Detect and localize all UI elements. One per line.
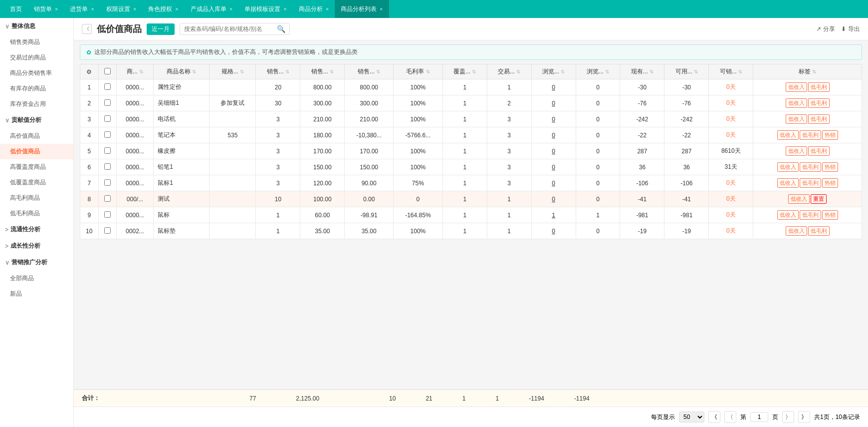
sidebar-group-growth[interactable]: > 成长性分析 xyxy=(0,238,73,254)
close-icon[interactable]: × xyxy=(55,6,58,12)
cell-name[interactable]: 属性定价 xyxy=(154,79,210,95)
cell-browse1[interactable]: 0 xyxy=(531,95,576,111)
sidebar-item-low-profit[interactable]: 低毛利商品 xyxy=(0,206,73,221)
cell-name[interactable]: 电话机 xyxy=(154,111,210,127)
cell-name[interactable]: 鼠标垫 xyxy=(154,223,210,239)
row-checkbox[interactable] xyxy=(104,211,111,218)
th-avail[interactable]: 可用... ⇅ xyxy=(664,64,709,79)
nav-sales[interactable]: 销货单 × xyxy=(28,0,64,18)
per-page-select[interactable]: 50 20 100 xyxy=(679,412,704,423)
cell-name[interactable]: 笔记本 xyxy=(154,127,210,143)
close-icon[interactable]: × xyxy=(229,6,232,12)
sidebar-item-low-coverage[interactable]: 低覆盖度商品 xyxy=(0,175,73,190)
cell-name[interactable]: 测试 xyxy=(154,191,210,207)
sidebar-item-traded[interactable]: 交易过的商品 xyxy=(0,50,73,65)
cell-browse1[interactable]: 0 xyxy=(531,79,576,95)
th-amount[interactable]: 销售... ⇅ xyxy=(345,64,394,79)
cell-checkbox[interactable] xyxy=(98,111,116,127)
cell-checkbox[interactable] xyxy=(98,127,116,143)
nav-product-in[interactable]: 产成品入库单 × xyxy=(185,0,238,18)
th-gross[interactable]: 毛利率 ⇅ xyxy=(393,64,442,79)
th-settings[interactable]: ⚙ xyxy=(80,64,99,79)
row-checkbox[interactable] xyxy=(104,99,111,106)
sidebar-item-category-rate[interactable]: 商品分类销售率 xyxy=(0,65,73,81)
cell-checkbox[interactable] xyxy=(98,191,116,207)
th-stock[interactable]: 现有... ⇅ xyxy=(620,64,664,79)
row-checkbox[interactable] xyxy=(104,83,111,90)
sidebar-item-high-profit[interactable]: 高毛利商品 xyxy=(0,190,73,206)
select-all-checkbox[interactable] xyxy=(104,68,111,74)
row-checkbox[interactable] xyxy=(104,115,111,122)
row-checkbox[interactable] xyxy=(104,179,111,186)
cell-checkbox[interactable] xyxy=(98,79,116,95)
th-checkbox[interactable] xyxy=(98,64,116,79)
cell-checkbox[interactable] xyxy=(98,175,116,191)
cell-checkbox[interactable] xyxy=(98,207,116,223)
sidebar-group-liquidity[interactable]: > 流通性分析 xyxy=(0,221,73,238)
th-price[interactable]: 销售... ⇅ xyxy=(300,64,345,79)
cell-checkbox[interactable] xyxy=(98,223,116,239)
close-icon[interactable]: × xyxy=(91,6,94,12)
sidebar-group-contribution[interactable]: ∨ 贡献值分析 xyxy=(0,112,73,128)
cell-name[interactable]: 鼠标1 xyxy=(154,175,210,191)
row-checkbox[interactable] xyxy=(104,163,111,170)
table-container[interactable]: ⚙ 商... ⇅ 商品名称 ⇅ 规格... ⇅ 销售... ⇅ 销售... ⇅ … xyxy=(80,64,862,389)
nav-purchase[interactable]: 进货单 × xyxy=(64,0,100,18)
last-page-button[interactable]: 》 xyxy=(798,411,810,423)
nav-roles[interactable]: 角色授权 × xyxy=(142,0,184,18)
cell-name[interactable]: 鼠标 xyxy=(154,207,210,223)
row-checkbox[interactable] xyxy=(104,227,111,234)
sidebar-item-sales-products[interactable]: 销售类商品 xyxy=(0,34,73,50)
row-checkbox[interactable] xyxy=(104,131,111,138)
row-checkbox[interactable] xyxy=(104,147,111,154)
sidebar-group-overall[interactable]: ∨ 整体信息 xyxy=(0,18,73,34)
th-tags[interactable]: 标签 ⇅ xyxy=(753,64,862,79)
collapse-sidebar-button[interactable]: 《 xyxy=(82,24,92,34)
cell-browse1[interactable]: 0 xyxy=(531,127,576,143)
sidebar-item-all-products[interactable]: 全部商品 xyxy=(0,271,73,286)
nav-template[interactable]: 单据模板设置 × xyxy=(238,0,292,18)
close-icon[interactable]: × xyxy=(283,6,286,12)
nav-product-analysis[interactable]: 商品分析 × xyxy=(293,0,335,18)
close-icon[interactable]: × xyxy=(380,6,383,12)
sidebar-item-high-value[interactable]: 高价值商品 xyxy=(0,128,73,144)
cell-checkbox[interactable] xyxy=(98,95,116,111)
th-qty[interactable]: 销售... ⇅ xyxy=(256,64,300,79)
sidebar-item-capital[interactable]: 库存资金占用 xyxy=(0,96,73,112)
nav-permissions[interactable]: 权限设置 × xyxy=(100,0,142,18)
prev-page-button[interactable]: 〈 xyxy=(724,411,736,423)
th-trade[interactable]: 交易... ⇅ xyxy=(487,64,531,79)
close-icon[interactable]: × xyxy=(133,6,136,12)
period-button[interactable]: 近一月 xyxy=(147,23,175,35)
close-icon[interactable]: × xyxy=(175,6,178,12)
cell-browse1[interactable]: 0 xyxy=(531,159,576,175)
th-name[interactable]: 商品名称 ⇅ xyxy=(154,64,210,79)
sidebar-item-new-products[interactable]: 新品 xyxy=(0,286,73,302)
cell-browse1[interactable]: 0 xyxy=(531,111,576,127)
th-browse2[interactable]: 浏览... ⇅ xyxy=(576,64,620,79)
share-button[interactable]: ↗ 分享 xyxy=(816,25,835,33)
cell-name[interactable]: 橡皮擦 xyxy=(154,143,210,159)
row-checkbox[interactable] xyxy=(104,195,111,202)
th-days[interactable]: 可销... ⇅ xyxy=(709,64,753,79)
nav-home[interactable]: 首页 xyxy=(4,0,28,18)
sidebar-group-marketing[interactable]: ∨ 营销推广分析 xyxy=(0,254,73,271)
search-input[interactable] xyxy=(184,25,274,32)
cell-browse1[interactable]: 0 xyxy=(531,175,576,191)
page-input[interactable] xyxy=(750,412,768,422)
cell-checkbox[interactable] xyxy=(98,159,116,175)
th-spec[interactable]: 规格... ⇅ xyxy=(210,64,256,79)
first-page-button[interactable]: 《 xyxy=(708,411,720,423)
next-page-button[interactable]: 〉 xyxy=(782,411,794,423)
cell-browse1[interactable]: 0 xyxy=(531,223,576,239)
cell-name[interactable]: 吴细细1 xyxy=(154,95,210,111)
cell-browse1[interactable]: 0 xyxy=(531,191,576,207)
cell-browse1[interactable]: 1 xyxy=(531,207,576,223)
close-icon[interactable]: × xyxy=(326,6,329,12)
sidebar-item-stock-products[interactable]: 有库存的商品 xyxy=(0,81,73,96)
search-icon[interactable]: 🔍 xyxy=(277,25,285,33)
export-button[interactable]: ⬇ 导出 xyxy=(841,25,860,33)
cell-checkbox[interactable] xyxy=(98,143,116,159)
nav-product-list[interactable]: 商品分析列表 × xyxy=(335,0,389,18)
cell-browse1[interactable]: 0 xyxy=(531,143,576,159)
